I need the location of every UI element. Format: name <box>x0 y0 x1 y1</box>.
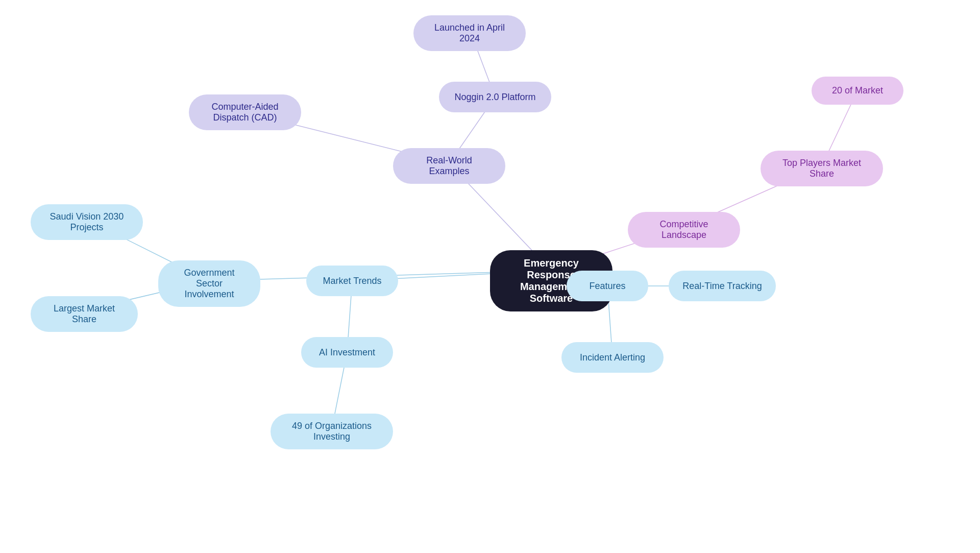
ai-investment-node: AI Investment <box>301 337 393 368</box>
noggin-platform-node: Noggin 2.0 Platform <box>439 82 551 112</box>
largest-market-share-node: Largest Market Share <box>31 296 138 332</box>
real-world-examples-node: Real-World Examples <box>393 148 505 184</box>
49-organizations-node: 49 of Organizations Investing <box>271 414 393 449</box>
market-trends-node: Market Trends <box>306 266 398 296</box>
20-of-market-node: 20 of Market <box>812 77 903 105</box>
competitive-landscape-node: Competitive Landscape <box>628 212 740 248</box>
saudi-vision-node: Saudi Vision 2030 Projects <box>31 204 143 240</box>
computer-aided-dispatch-node: Computer-Aided Dispatch (CAD) <box>189 94 301 130</box>
real-time-tracking-node: Real-Time Tracking <box>669 271 776 301</box>
top-players-market-share-node: Top Players Market Share <box>761 151 883 186</box>
mind-map-container: Emergency Response Management SoftwareRe… <box>0 0 980 553</box>
features-node: Features <box>567 271 648 301</box>
government-sector-node: Government Sector Involvement <box>158 260 260 307</box>
launched-april-node: Launched in April 2024 <box>413 15 526 51</box>
incident-alerting-node: Incident Alerting <box>561 342 664 373</box>
